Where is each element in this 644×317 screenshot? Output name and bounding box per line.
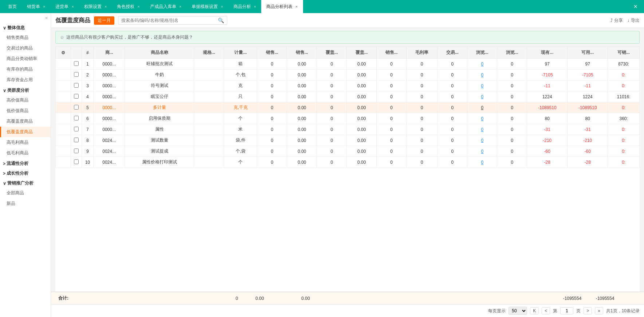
row-checkbox[interactable]	[74, 116, 79, 120]
close-icon[interactable]: ×	[137, 4, 140, 9]
sidebar-item-low-value[interactable]: 低价值商品	[0, 106, 51, 116]
sidebar-item-high-coverage[interactable]: 高覆盖度商品	[0, 116, 51, 127]
sidebar-group-growth[interactable]: > 成长性分析	[0, 168, 51, 178]
pagination-bar: 每页显示 50 100 200 K < 第 页 > » 共1页，10条记录	[51, 304, 644, 317]
sidebar-item-inventory-capital[interactable]: 库存资金占用	[0, 75, 51, 85]
sidebar-item-high-margin[interactable]: 高毛利商品	[0, 137, 51, 148]
name-column-header[interactable]: 商品名称	[125, 47, 194, 59]
browse1-column-header[interactable]: 浏览...	[467, 47, 497, 59]
row-checkbox[interactable]	[74, 61, 79, 66]
search-icon[interactable]: 🔍	[218, 17, 224, 23]
saleable-column-header[interactable]: 可销...	[608, 47, 640, 59]
nav-product-warehouse[interactable]: 产成品入库单 ×	[145, 0, 186, 13]
name-cell[interactable]: 多计量	[125, 102, 194, 113]
sales-amount-column-header[interactable]: 销售...	[287, 47, 317, 59]
browse1-cell[interactable]: 0	[467, 59, 497, 70]
name-cell[interactable]: 旺辅批次测试	[125, 59, 194, 70]
close-icon[interactable]: ×	[105, 4, 107, 9]
sales-qty-column-header[interactable]: 销售...	[257, 47, 287, 59]
sales-qty-cell: 0	[257, 124, 287, 135]
nav-home[interactable]: 首页	[3, 0, 22, 13]
sidebar-item-new-products[interactable]: 新品	[0, 198, 51, 209]
coverage2-column-header[interactable]: 覆盖...	[347, 47, 377, 59]
close-icon[interactable]: ×	[221, 4, 223, 9]
browse1-cell[interactable]: 0	[467, 113, 497, 124]
row-checkbox[interactable]	[74, 138, 79, 142]
nav-product-analysis[interactable]: 商品分析 ×	[228, 0, 261, 13]
spec-column-header[interactable]: 规格...	[194, 47, 224, 59]
name-cell[interactable]: 符号测试	[125, 80, 194, 91]
available-stock-column-header[interactable]: 可用...	[568, 47, 608, 59]
page-size-select[interactable]: 50 100 200	[508, 307, 527, 315]
code-column-header[interactable]: 商...	[93, 47, 125, 59]
sidebar-item-all-products[interactable]: 全部商品	[0, 188, 51, 198]
settings-column-header[interactable]: ⚙	[56, 47, 71, 59]
close-icon[interactable]: ×	[295, 4, 298, 9]
nav-permission-settings[interactable]: 权限设置 ×	[79, 0, 112, 13]
browse1-cell[interactable]: 0	[467, 146, 497, 157]
sidebar-group-cluster[interactable]: ∨ 类群度分析	[0, 85, 51, 95]
sidebar-item-stocked-products[interactable]: 有库存的商品	[0, 64, 51, 75]
sidebar-item-sales-products[interactable]: 销售类商品	[0, 32, 51, 43]
sidebar-collapse-button[interactable]: «	[0, 13, 51, 23]
share-button[interactable]: ⤴ 分享	[610, 17, 623, 24]
transaction-column-header[interactable]: 交易...	[437, 47, 467, 59]
nav-template-settings[interactable]: 单据模板设置 ×	[186, 0, 228, 13]
row-checkbox[interactable]	[74, 148, 79, 153]
row-checkbox[interactable]	[74, 83, 79, 88]
row-checkbox[interactable]	[74, 105, 79, 110]
sidebar-item-traded-products[interactable]: 交易过的商品	[0, 43, 51, 54]
search-input[interactable]	[121, 18, 216, 23]
first-page-button[interactable]: K	[530, 307, 539, 314]
browse2-cell: 0	[497, 80, 527, 91]
last-page-button[interactable]: »	[595, 307, 603, 314]
row-checkbox[interactable]	[74, 127, 79, 131]
gross-margin-column-header[interactable]: 毛利率	[407, 47, 437, 59]
current-stock-column-header[interactable]: 现有...	[527, 47, 568, 59]
close-icon[interactable]: ×	[71, 4, 74, 9]
browse1-cell[interactable]: 0	[467, 124, 497, 135]
close-icon[interactable]: ×	[43, 4, 45, 9]
unit-column-header[interactable]: 计量...	[224, 47, 257, 59]
browse1-cell[interactable]: 0	[467, 80, 497, 91]
sales3-cell: 0	[377, 102, 407, 113]
browse1-cell[interactable]: 0	[467, 135, 497, 146]
row-checkbox[interactable]	[74, 159, 79, 164]
sidebar-group-marketing[interactable]: ∨ 营销推广分析	[0, 178, 51, 188]
name-cell[interactable]: 牛奶	[125, 70, 194, 80]
sidebar-group-liquidity[interactable]: > 流通性分析	[0, 158, 51, 168]
page-number-input[interactable]	[560, 307, 573, 314]
name-cell[interactable]: 属性	[125, 124, 194, 135]
close-icon[interactable]: ×	[179, 4, 181, 9]
sidebar-item-low-margin[interactable]: 低毛利商品	[0, 148, 51, 158]
name-cell[interactable]: 启用保质期	[125, 113, 194, 124]
table-row: 2 0000... 牛奶 个,包 0 0.00 0 0.00 0 0 0 0 0…	[56, 70, 640, 80]
sidebar-group-overall[interactable]: ∨ 整体信息	[0, 23, 51, 32]
nav-purchase-order[interactable]: 进货单 ×	[50, 0, 79, 13]
close-icon[interactable]: ×	[254, 4, 256, 9]
browse1-cell[interactable]: 0	[467, 70, 497, 80]
row-checkbox[interactable]	[74, 94, 79, 99]
name-cell[interactable]: 测试提成	[125, 146, 194, 157]
sidebar-item-low-coverage[interactable]: 低覆盖度商品	[0, 127, 51, 137]
nav-role-auth[interactable]: 角色授权 ×	[112, 0, 145, 13]
browse1-cell[interactable]: 0	[467, 157, 497, 168]
sales3-column-header[interactable]: 销售...	[377, 47, 407, 59]
name-cell[interactable]: 眠宝公仔	[125, 91, 194, 102]
nav-sales-order[interactable]: 销货单 ×	[22, 0, 50, 13]
close-all-button[interactable]: ×	[630, 3, 641, 11]
row-checkbox[interactable]	[74, 72, 79, 77]
name-cell[interactable]: 测试数量	[125, 135, 194, 146]
name-cell[interactable]: 属性价格打印测试	[125, 157, 194, 168]
sidebar-item-category-turnover[interactable]: 商品分类动销率	[0, 54, 51, 64]
nav-product-analysis-list[interactable]: 商品分析列表 ×	[261, 0, 303, 13]
sidebar-item-high-value[interactable]: 高价值商品	[0, 95, 51, 106]
browse1-cell[interactable]: 0	[467, 102, 497, 113]
browse2-column-header[interactable]: 浏览...	[497, 47, 527, 59]
browse1-cell[interactable]: 0	[467, 91, 497, 102]
export-button[interactable]: ↓ 导出	[627, 17, 640, 24]
prev-page-button[interactable]: <	[542, 307, 550, 314]
coverage1-column-header[interactable]: 覆盖...	[317, 47, 347, 59]
time-filter-button[interactable]: 近一月	[94, 16, 114, 25]
next-page-button[interactable]: >	[584, 307, 592, 314]
